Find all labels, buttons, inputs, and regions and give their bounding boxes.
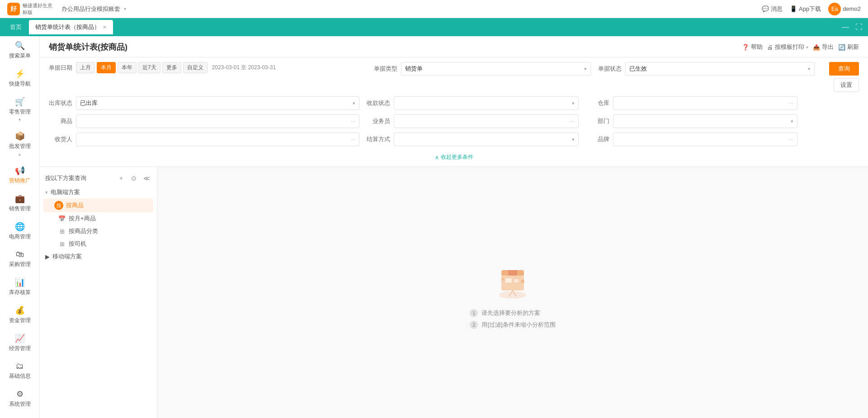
date-label: 单据日期 [49, 64, 72, 72]
finance-icon: 💰 [15, 305, 25, 315]
salesman-label: 业务员 [367, 117, 390, 125]
out-status-select[interactable]: 已出库 ▾ [76, 96, 359, 110]
date-btn-last-month[interactable]: 上月 [76, 62, 95, 73]
header-actions: ❓ 帮助 🖨 按模板打印 ▾ 📤 导出 🔄 刷新 [742, 43, 859, 51]
wholesale-icon: 📦 [15, 131, 25, 141]
sidebar-item-sales[interactable]: 💼 销售管理 [0, 189, 39, 217]
tab-minimize-icon[interactable]: — [840, 22, 851, 33]
sidebar-item-operations[interactable]: 📈 经营管理 [0, 329, 39, 357]
scheme-add-button[interactable]: ＋ [116, 173, 126, 183]
scheme-item-by-category-label: 按商品分类 [69, 227, 98, 235]
scheme-group-desktop: ▾ 电脑端方案 按 按商品 📅 按月+商品 ⊞ 按商品分类 [40, 186, 157, 250]
department-select[interactable]: ▾ [613, 114, 797, 128]
scheme-panel-header: 按以下方案查询 ＋ ⊙ ≪ [40, 171, 157, 186]
avatar: Ea [828, 3, 841, 15]
date-btn-last-7-days[interactable]: 近7天 [138, 62, 160, 73]
doc-type-select[interactable]: 销货单 ▾ [401, 62, 590, 76]
scheme-panel-title: 按以下方案查询 [45, 174, 86, 182]
doc-status-dropdown-icon: ▾ [808, 66, 811, 72]
empty-tip-1: 1 请先选择要分析的方案 [470, 309, 555, 317]
date-btn-more[interactable]: 更多 [162, 62, 181, 73]
refresh-icon: 🔄 [838, 44, 845, 51]
scheme-item-by-product-label: 按商品 [66, 201, 84, 209]
sidebar-item-search[interactable]: 🔍 搜索菜单 [0, 36, 39, 64]
download-icon: 📱 [790, 5, 797, 12]
export-button[interactable]: 📤 导出 [813, 43, 834, 51]
scheme-collapse-button[interactable]: ≪ [142, 173, 151, 183]
tab-close-icon[interactable]: ✕ [103, 25, 107, 30]
brand-input[interactable]: ··· [613, 133, 797, 146]
sidebar-item-marketing[interactable]: 📢 营销推广 [0, 161, 39, 189]
message-button[interactable]: 💬 消息 [762, 5, 783, 13]
logo-text: 畅捷通好生意 标版 [23, 2, 52, 15]
product-input[interactable]: ··· [76, 114, 359, 128]
date-btn-custom[interactable]: 自定义 [183, 62, 208, 73]
settlement-select[interactable]: ▾ [394, 133, 578, 146]
tab-home[interactable]: 首页 [4, 20, 28, 34]
sidebar-item-basic[interactable]: 🗂 基础信息 [0, 357, 39, 385]
filter-row-3: 商品 ··· 业务员 ··· 部门 [49, 114, 859, 128]
doc-status-value: 已生效 [629, 65, 647, 73]
scheme-item-by-cashier-label: 按司机 [69, 240, 86, 248]
warehouse-input[interactable]: ··· [613, 96, 797, 110]
tab-maximize-icon[interactable]: ⛶ [854, 22, 864, 33]
scheme-item-by-month-product[interactable]: 📅 按月+商品 [43, 212, 153, 225]
user-menu[interactable]: Ea demo2 [828, 3, 861, 15]
scheme-panel-actions: ＋ ⊙ ≪ [116, 173, 151, 183]
scheme-settings-button[interactable]: ⊙ [129, 173, 139, 183]
doc-status-select[interactable]: 已生效 ▾ [625, 62, 815, 76]
content-area: 销货单统计表(按商品) ❓ 帮助 🖨 按模板打印 ▾ 📤 导出 🔄 刷新 [40, 36, 868, 418]
sidebar-item-retail[interactable]: 🛒 零售管理 ▾ [0, 92, 39, 127]
shortcuts-icon: ⚡ [15, 69, 25, 79]
svg-rect-8 [505, 278, 512, 283]
scheme-item-by-cashier[interactable]: ⊞ 按司机 [43, 238, 153, 250]
print-button[interactable]: 🖨 按模板打印 ▾ [767, 43, 808, 51]
print-icon: 🖨 [767, 44, 773, 51]
recipient-input[interactable]: ··· [76, 133, 359, 146]
sidebar-item-wholesale[interactable]: 📦 批发管理 ▴ [0, 127, 39, 161]
receipt-status-dropdown-icon: ▾ [572, 100, 575, 106]
retail-icon: 🛒 [15, 97, 25, 107]
sidebar-item-purchase[interactable]: 🛍 采购管理 [0, 245, 39, 273]
help-icon: ❓ [742, 44, 749, 51]
receipt-status-select[interactable]: ▾ [394, 96, 578, 110]
app-download-button[interactable]: 📱 App下载 [790, 5, 821, 13]
refresh-button[interactable]: 🔄 刷新 [838, 43, 859, 51]
sidebar-item-ecommerce[interactable]: 🌐 电商管理 [0, 217, 39, 245]
scheme-item-by-product[interactable]: 按 按商品 [43, 199, 153, 212]
settlement-dropdown-icon: ▾ [572, 137, 575, 142]
calendar-icon: 📅 [58, 214, 66, 223]
filter-row-4: 收货人 ··· 结算方式 ▾ 品牌 [49, 133, 859, 146]
sidebar-item-inventory[interactable]: 📊 库存核算 [0, 273, 39, 301]
retail-expand-icon: ▾ [19, 117, 21, 122]
tip-2-text: 用[过滤]条件来缩小分析范围 [481, 321, 555, 329]
tab-bar: 首页 销货单统计表（按商品） ✕ — ⛶ [0, 18, 868, 36]
tip-2-num: 2 [470, 321, 478, 329]
app-title-dropdown-icon[interactable]: ▾ [124, 6, 126, 11]
help-button[interactable]: ❓ 帮助 [742, 43, 763, 51]
date-btn-this-month[interactable]: 本月 [97, 62, 116, 73]
logo-area: 好 畅捷通好生意 标版 [7, 2, 52, 15]
settings-button[interactable]: 设置 [834, 78, 859, 92]
scheme-item-by-category[interactable]: ⊞ 按商品分类 [43, 225, 153, 238]
department-label: 部门 [586, 117, 609, 125]
date-btn-this-year[interactable]: 本年 [118, 62, 137, 73]
tab-sales-stat[interactable]: 销货单统计表（按商品） ✕ [29, 20, 113, 34]
query-button[interactable]: 查询 [829, 62, 859, 76]
sidebar-item-shortcuts[interactable]: ⚡ 快捷导航 [0, 64, 39, 92]
sidebar-item-finance[interactable]: 💰 资金管理 [0, 301, 39, 329]
out-status-value: 已出库 [80, 99, 98, 107]
sidebar-item-system[interactable]: ⚙ 系统管理 [0, 385, 39, 413]
settlement-label: 结算方式 [367, 135, 390, 143]
salesman-input[interactable]: ··· [394, 114, 578, 128]
mobile-expand-icon: ▶ [45, 253, 50, 260]
collapse-bar[interactable]: ∧ 收起更多条件 [49, 151, 859, 162]
salesman-dots: ··· [570, 118, 575, 124]
scheme-group-desktop-header[interactable]: ▾ 电脑端方案 [43, 186, 153, 199]
svg-point-4 [521, 280, 524, 283]
desktop-group-label: 电脑端方案 [51, 188, 80, 196]
scheme-group-mobile-header[interactable]: ▶ 移动端方案 [43, 250, 153, 263]
marketing-icon: 📢 [15, 166, 25, 176]
product-dots: ··· [351, 118, 355, 124]
sidebar-item-enterprise[interactable]: 🏢 企业协同 [0, 413, 39, 418]
